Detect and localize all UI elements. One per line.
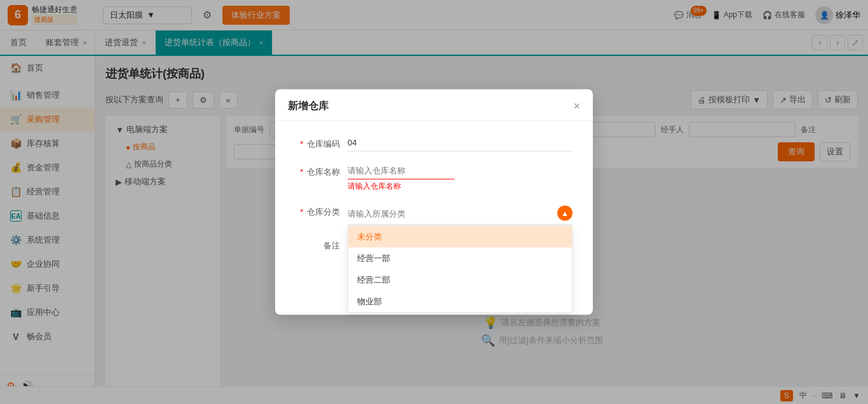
notes-form-label: 备注 [295,236,340,252]
modal-close-icon[interactable]: × [573,100,580,113]
category-dropdown: 未分类 经营一部 经营二部 物业部 [348,226,573,313]
add-warehouse-modal: 新增仓库 × * 仓库编码 * 仓库名称 请输入仓库名称 * [275,90,593,315]
category-label: * 仓库分类 [295,202,340,218]
dropdown-item-property[interactable]: 物业部 [348,291,572,313]
name-label: * 仓库名称 [295,162,340,178]
modal-title: 新增仓库 [288,100,329,113]
modal-header: 新增仓库 × [275,90,593,121]
modal-body: * 仓库编码 * 仓库名称 请输入仓库名称 * 仓库分类 [275,121,593,278]
code-label: * 仓库编码 [295,134,340,150]
category-input-row: ▲ [348,202,573,226]
form-row-code: * 仓库编码 [295,134,573,152]
name-error-msg: 请输入仓库名称 [348,181,573,192]
category-input[interactable] [348,208,557,218]
dropdown-item-dept2[interactable]: 经营二部 [348,269,572,291]
form-row-category: * 仓库分类 ▲ 未分类 经营一部 经营二部 物业部 [295,202,573,226]
category-wrapper: ▲ 未分类 经营一部 经营二部 物业部 [348,202,573,226]
warehouse-code-input[interactable] [348,134,573,152]
dropdown-item-dept1[interactable]: 经营一部 [348,248,572,269]
category-arrow-icon[interactable]: ▲ [557,206,573,221]
form-row-name: * 仓库名称 请输入仓库名称 [295,162,573,192]
warehouse-name-input[interactable] [348,162,454,180]
dropdown-item-unclassified[interactable]: 未分类 [348,226,572,248]
